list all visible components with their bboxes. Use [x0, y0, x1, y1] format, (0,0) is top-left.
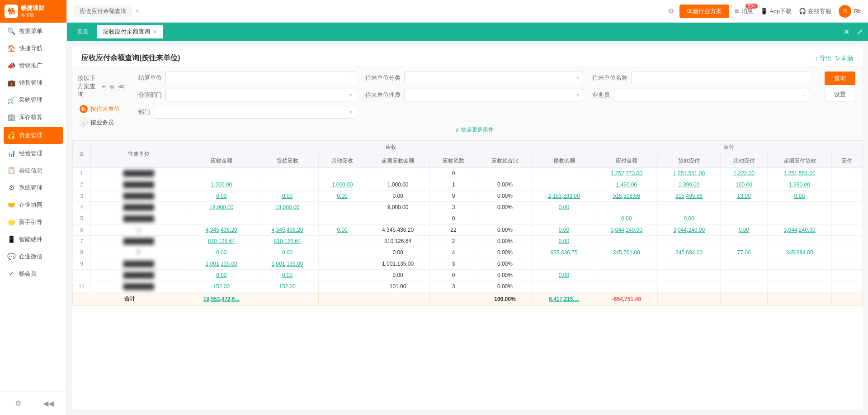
sidebar-item-purchase[interactable]: 🛒 采购管理 — [0, 91, 66, 109]
sidebar-item-sales[interactable]: 💼 销售管理 — [0, 74, 66, 91]
row-pay-other[interactable] — [720, 270, 768, 281]
table-settings-icon[interactable]: ⚙ — [77, 151, 86, 157]
row-rec-advance[interactable] — [533, 168, 595, 179]
row-pay-loan[interactable]: 0.00 — [658, 213, 720, 224]
message-button[interactable]: ✉ 消息 99+ — [735, 7, 753, 15]
row-rec-other[interactable]: 1,000.00 — [319, 179, 366, 191]
row-pay-overdue[interactable] — [768, 281, 831, 292]
app-download-button[interactable]: 📱 App下载 — [760, 7, 792, 15]
row-pay-overdue[interactable] — [768, 202, 831, 213]
row-rec-other[interactable] — [319, 258, 366, 270]
row-pay-other[interactable] — [720, 258, 768, 270]
row-rec-advance[interactable] — [533, 179, 595, 191]
row-pay-amount[interactable] — [595, 236, 658, 247]
row-rec-other[interactable]: 0.00 — [319, 224, 366, 236]
row-pay-overdue[interactable] — [768, 236, 831, 247]
support-button[interactable]: 🎧 在线客服 — [799, 7, 831, 15]
branch-dept-input[interactable]: ▾ — [165, 89, 356, 101]
sidebar-item-inventory[interactable]: 🏢 库存核算 — [0, 109, 66, 126]
row-pay-overdue[interactable]: 345,684.00 — [768, 247, 831, 258]
add-filter-button[interactable]: + — [101, 81, 107, 91]
row-rec-loan[interactable]: 18,000.00 — [256, 202, 318, 213]
row-rec-loan[interactable] — [256, 168, 318, 179]
row-pay-other[interactable]: 13.00 — [720, 191, 768, 202]
sidebar-item-guide[interactable]: 🌟 新手引导 — [0, 214, 66, 231]
row-rec-amount[interactable]: 1,001,135.00 — [187, 258, 256, 270]
sidebar-item-finance[interactable]: 💰 资金管理 — [4, 127, 63, 144]
refresh-button[interactable]: ↻ 刷新 — [835, 54, 854, 62]
row-rec-advance[interactable] — [533, 281, 595, 292]
row-pay-other[interactable] — [720, 281, 768, 292]
row-pay-amount[interactable] — [595, 202, 658, 213]
row-rec-loan[interactable]: 0.00 — [256, 270, 318, 281]
row-rec-loan[interactable] — [256, 179, 318, 191]
row-pay-loan[interactable]: 1,390.00 — [658, 179, 720, 191]
row-pay-loan[interactable] — [658, 270, 720, 281]
row-rec-amount[interactable]: 0.00 — [187, 270, 256, 281]
row-pay-loan[interactable]: 3,044,240.00 — [658, 224, 720, 236]
sidebar-item-wechat[interactable]: 💬 企业微信 — [0, 248, 66, 265]
row-pay-overdue[interactable]: 3,044,240.00 — [768, 224, 831, 236]
tab-home[interactable]: 首页 — [71, 25, 95, 38]
row-rec-amount[interactable]: 18,000.00 — [187, 202, 256, 213]
row-rec-loan[interactable]: 0.00 — [256, 191, 318, 202]
row-pay-loan[interactable]: 1,251,551.00 — [658, 168, 720, 179]
tab-query[interactable]: 应收应付余额查询 ✕ — [97, 25, 163, 38]
row-rec-loan[interactable]: 4,345,436.20 — [256, 224, 318, 236]
row-rec-advance[interactable] — [533, 213, 595, 224]
sidebar-collapse-btn[interactable]: ◀◀ — [35, 396, 62, 410]
trial-button[interactable]: 体验行业方案 — [679, 5, 729, 18]
row-rec-other[interactable] — [319, 202, 366, 213]
unit-category-input[interactable]: ▾ — [404, 72, 583, 84]
row-pay-amount[interactable] — [595, 270, 658, 281]
settlement-unit-input[interactable]: ··· — [165, 72, 356, 84]
sidebar-item-operation[interactable]: 📊 经营管理 — [0, 145, 66, 162]
sidebar-item-system[interactable]: ⚙ 系统管理 — [0, 179, 66, 196]
row-pay-loan[interactable] — [658, 236, 720, 247]
row-pay-loan[interactable] — [658, 202, 720, 213]
row-rec-other[interactable] — [319, 270, 366, 281]
row-pay-amount[interactable]: 0.00 — [595, 213, 658, 224]
export-button[interactable]: ↑ 导出 — [815, 54, 832, 62]
row-pay-amount[interactable]: 1,490.00 — [595, 179, 658, 191]
sidebar-item-member[interactable]: ✓ 畅会员 — [0, 265, 66, 282]
query-button[interactable]: 查询 — [825, 72, 855, 85]
row-pay-amount[interactable] — [595, 281, 658, 292]
row-rec-other[interactable] — [319, 247, 366, 258]
row-pay-loan[interactable] — [658, 281, 720, 292]
row-rec-other[interactable]: 0.00 — [319, 191, 366, 202]
footer-rec-amount[interactable]: 19,553,472,6... — [187, 292, 256, 306]
topbar-settings-icon[interactable]: ⚙ — [668, 7, 674, 15]
row-rec-advance[interactable]: 655,636.75 — [533, 247, 595, 258]
sidebar-settings-btn[interactable]: ⚙ — [5, 396, 32, 410]
tab-expand-icon[interactable]: ⤢ — [855, 26, 864, 38]
row-rec-advance[interactable]: 2,153,333.00 — [533, 191, 595, 202]
row-pay-amount[interactable]: 915,508.56 — [595, 191, 658, 202]
sidebar-item-search[interactable]: 🔍 搜索菜单 — [0, 23, 66, 40]
row-pay-overdue[interactable] — [768, 213, 831, 224]
filter-option-by-unit[interactable]: 畅 按往来单位 — [72, 102, 131, 116]
footer-rec-advance[interactable]: 6,417,215.... — [533, 292, 595, 306]
sidebar-item-basic[interactable]: 📋 基础信息 — [0, 162, 66, 179]
department-input[interactable]: ▾ — [154, 106, 356, 119]
row-pay-amount[interactable]: 345,761.00 — [595, 247, 658, 258]
unit-nature-input[interactable]: ▾ — [404, 89, 583, 101]
row-pay-other[interactable]: 0.00 — [720, 224, 768, 236]
row-pay-overdue[interactable]: 1,251,551.00 — [768, 168, 831, 179]
row-rec-loan[interactable]: 152.00 — [256, 281, 318, 292]
row-pay-other[interactable] — [720, 213, 768, 224]
row-pay-loan[interactable]: 915,495.56 — [658, 191, 720, 202]
row-rec-amount[interactable]: 1,000.00 — [187, 179, 256, 191]
row-pay-other[interactable] — [720, 236, 768, 247]
row-rec-other[interactable] — [319, 281, 366, 292]
row-rec-amount[interactable]: 0.00 — [187, 247, 256, 258]
filter-option-by-staff[interactable]: ◷ 按业务员 — [72, 116, 131, 129]
tab-close-all-icon[interactable]: ✕ — [842, 26, 851, 38]
settings-filter-button[interactable]: ◎ — [109, 81, 115, 91]
row-rec-amount[interactable]: 810,126.64 — [187, 236, 256, 247]
row-rec-other[interactable] — [319, 168, 366, 179]
row-rec-advance[interactable]: 0.00 — [533, 236, 595, 247]
row-pay-other[interactable] — [720, 202, 768, 213]
sidebar-item-enterprise[interactable]: 🤝 企业协同 — [0, 196, 66, 214]
row-rec-amount[interactable] — [187, 213, 256, 224]
